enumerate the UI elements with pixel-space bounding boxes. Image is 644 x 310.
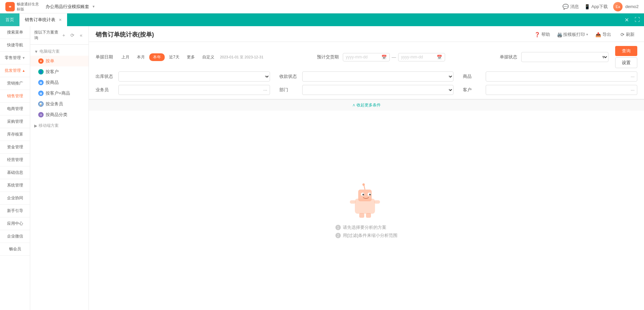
- export-button[interactable]: 📤 导出: [593, 30, 614, 39]
- breadcrumb: 办公用品行业模拟账套: [46, 4, 89, 10]
- sidebar-item-newuser[interactable]: 新手引导: [0, 205, 30, 217]
- sidebar-item-search[interactable]: 搜索菜单: [0, 26, 30, 39]
- left-panel-header: 按以下方案查询 + ⟳ «: [30, 26, 89, 45]
- goods-input[interactable]: [486, 71, 637, 82]
- help-button[interactable]: ❓ 帮助: [532, 30, 553, 39]
- query-button[interactable]: 查询: [615, 46, 637, 56]
- calendar-start-icon: 📅: [381, 55, 387, 60]
- breadcrumb-arrow-icon[interactable]: ▼: [92, 5, 95, 8]
- maximize-button[interactable]: ⛶: [633, 16, 641, 24]
- sidebar-item-marketing[interactable]: 营销推广: [0, 77, 30, 90]
- scheme-item-salesperson[interactable]: 📊 按业务员: [30, 99, 89, 109]
- sidebar-item-enterprise[interactable]: 企业协同: [0, 192, 30, 205]
- user-menu[interactable]: Ea demo2: [613, 2, 639, 11]
- expected-date-inputs: yyyy-mm-dd 📅 — yyyy-mm-dd 📅: [343, 53, 445, 61]
- download-icon: 📱: [584, 4, 590, 9]
- message-icon: 💬: [562, 4, 569, 10]
- sidebar-item-quicknav[interactable]: 快捷导航: [0, 39, 30, 52]
- scheme-icon-combo: ▦: [38, 91, 44, 96]
- collapse-panel-button[interactable]: «: [78, 32, 85, 39]
- date-btn-thisyear[interactable]: 本年: [149, 53, 165, 61]
- scheme-item-combo[interactable]: ▦ 按客户+商品: [30, 88, 89, 99]
- customer-input-wrapper: ···: [486, 85, 637, 95]
- customer-more-icon[interactable]: ···: [631, 87, 635, 93]
- svg-point-6: [369, 194, 371, 196]
- sidebar-item-ecommerce[interactable]: 电商管理: [0, 103, 30, 115]
- date-separator: —: [392, 55, 396, 60]
- scheme-item-category[interactable]: ⊟ 按商品分类: [30, 109, 89, 120]
- sidebar-item-inventory[interactable]: 库存核算: [0, 128, 30, 141]
- customer-input[interactable]: [486, 85, 637, 95]
- date-btn-more[interactable]: 更多: [184, 53, 198, 61]
- add-scheme-button[interactable]: +: [60, 32, 67, 39]
- tab-home[interactable]: 首页: [0, 13, 19, 26]
- filter-row-1: 单据日期 上月 本月 本年 近7天 更多 自定义 2023-01-01 至 20…: [96, 46, 637, 68]
- salesperson-label: 业务员: [96, 87, 114, 93]
- sidebar-item-finance[interactable]: 资金管理: [0, 141, 30, 154]
- date-range-text: 2023-01-01 至 2023-12-31: [220, 55, 264, 60]
- sidebar-item-purchase[interactable]: 采购管理: [0, 115, 30, 128]
- header-right: 💬 消息 📱 App下载 Ea demo2: [562, 2, 639, 11]
- print-icon: 🖨️: [557, 32, 562, 37]
- date-btn-7days[interactable]: 近7天: [166, 53, 182, 61]
- salesperson-input[interactable]: [118, 85, 270, 95]
- goods-input-wrapper: ···: [486, 71, 637, 82]
- page-title: 销售订单统计表(按单): [96, 31, 154, 39]
- logo-area: 畅捷通好生意 标版: [5, 2, 39, 11]
- close-window-button[interactable]: ✕: [623, 16, 631, 24]
- expected-date-end[interactable]: yyyy-mm-dd 📅: [398, 53, 445, 61]
- refresh-icon: ⟳: [621, 32, 625, 37]
- sidebar-item-sales[interactable]: 销售管理: [0, 90, 30, 103]
- left-panel: 按以下方案查询 + ⟳ « ▼ 电脑端方案 ● 按单 👤 按客户: [30, 26, 89, 310]
- sidebar-item-appcenter[interactable]: 应用中心: [0, 217, 30, 230]
- sidebar: 搜索菜单 快捷导航 零售管理 ▼ 批发管理 ▲ 营销推广 销售管理 电商管理 采…: [0, 26, 30, 310]
- right-main: 销售订单统计表(按单) ❓ 帮助 🖨️ 按模板打印 ▼ 📤 导出: [89, 26, 644, 310]
- settings-button[interactable]: 设置: [615, 57, 637, 68]
- scheme-icon-salesperson: 📊: [38, 101, 44, 107]
- template-print-button[interactable]: 🖨️ 按模板打印 ▼: [557, 32, 589, 38]
- sidebar-item-base[interactable]: 基础信息: [0, 166, 30, 179]
- page-actions: ❓ 帮助 🖨️ 按模板打印 ▼ 📤 导出 ⟳ 刷新: [532, 30, 637, 39]
- delivery-select[interactable]: [118, 71, 270, 82]
- goods-more-icon[interactable]: ···: [631, 74, 635, 79]
- delivery-status-label: 出库状态: [96, 73, 114, 80]
- department-select[interactable]: [302, 85, 454, 95]
- status-dropdown-icon: ▼: [601, 54, 606, 60]
- delivery-dropdown-icon: ▼: [264, 75, 267, 78]
- svg-line-7: [364, 185, 365, 190]
- calendar-end-icon: 📅: [437, 55, 442, 60]
- sidebar-item-member[interactable]: 畅会员: [0, 243, 30, 256]
- status-select[interactable]: [521, 52, 608, 62]
- date-btn-custom[interactable]: 自定义: [199, 53, 217, 61]
- sidebar-item-operations[interactable]: 经营管理: [0, 154, 30, 166]
- sidebar-item-system[interactable]: 系统管理: [0, 179, 30, 192]
- sidebar-item-wechat[interactable]: 企业微信: [0, 230, 30, 243]
- scheme-item-customer[interactable]: 👤 按客户: [30, 66, 89, 77]
- filter-row-3: 业务员 ··· 部门 ▼ 客户 ···: [96, 85, 637, 95]
- expected-date-start[interactable]: yyyy-mm-dd 📅: [343, 53, 390, 61]
- empty-state-illustration: [346, 180, 387, 220]
- empty-state-tips: 1 请先选择要分析的方案 2 用[过滤]条件来缩小分析范围: [335, 224, 397, 241]
- tab-sales-order[interactable]: 销售订单统计表 ✕: [19, 13, 67, 26]
- date-shortcuts: 上月 本月 本年 近7天 更多 自定义 2023-01-01 至 2023-12…: [118, 53, 263, 61]
- message-button[interactable]: 💬 消息: [562, 4, 579, 10]
- tab-close-icon[interactable]: ✕: [59, 18, 62, 22]
- sidebar-item-wholesale[interactable]: 批发管理 ▲: [0, 64, 30, 77]
- payment-select[interactable]: [302, 71, 454, 82]
- empty-state: 1 请先选择要分析的方案 2 用[过滤]条件来缩小分析范围: [89, 111, 644, 310]
- page-header: 销售订单统计表(按单) ❓ 帮助 🖨️ 按模板打印 ▼ 📤 导出: [89, 26, 644, 42]
- scheme-item-goods[interactable]: ▦ 按商品: [30, 77, 89, 88]
- department-label: 部门: [279, 87, 298, 93]
- sidebar-item-retail[interactable]: 零售管理 ▼: [0, 52, 30, 64]
- scheme-icon-goods: ▦: [38, 80, 44, 85]
- collapse-bar[interactable]: ∧ 收起更多条件: [89, 99, 644, 111]
- refresh-button[interactable]: ⟳ 刷新: [618, 30, 637, 39]
- salesperson-more-icon[interactable]: ···: [263, 87, 267, 93]
- app-download-button[interactable]: 📱 App下载: [584, 4, 608, 10]
- refresh-scheme-button[interactable]: ⟳: [69, 32, 76, 39]
- date-btn-lastmonth[interactable]: 上月: [118, 53, 132, 61]
- export-icon: 📤: [595, 32, 601, 37]
- tip1-num: 1: [335, 225, 341, 230]
- date-btn-thismonth[interactable]: 本月: [134, 53, 148, 61]
- scheme-item-order[interactable]: ● 按单: [30, 56, 89, 66]
